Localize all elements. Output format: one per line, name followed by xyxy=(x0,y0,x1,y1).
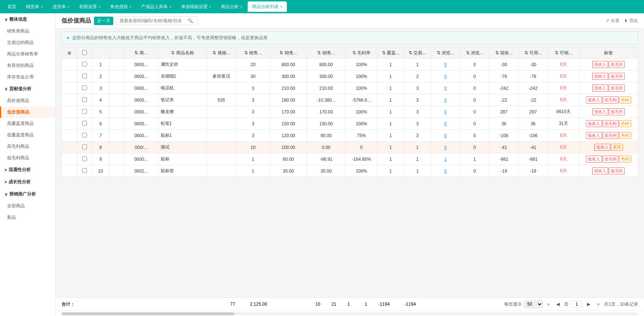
nav-role-auth[interactable]: 角色授权 × xyxy=(106,1,136,12)
row-checkbox[interactable] xyxy=(82,168,87,173)
row-view1[interactable]: 0 xyxy=(431,130,460,142)
row-view1[interactable]: 0 xyxy=(431,71,460,82)
row-checkbox[interactable] xyxy=(82,121,87,126)
nav-sales-order[interactable]: 销货单 × xyxy=(21,1,47,12)
view-link[interactable]: 0 xyxy=(444,145,447,150)
code-col-header[interactable]: ⇅ 商... xyxy=(124,48,158,59)
select-all-col[interactable] xyxy=(77,48,92,59)
sidebar-item-high-value[interactable]: 高价值商品 xyxy=(0,95,55,106)
row-checkbox[interactable] xyxy=(82,85,87,90)
filter-recent-month-button[interactable]: 近一月 xyxy=(94,17,113,25)
close-icon[interactable]: × xyxy=(280,5,282,9)
gross-rate-col-header[interactable]: ⇅ 毛利率 xyxy=(346,48,378,59)
row-view1[interactable]: 0 xyxy=(431,118,460,130)
sidebar-item-traded-products[interactable]: 交易过的商品 xyxy=(0,37,55,48)
sidebar-item-low-value[interactable]: 低价值商品 xyxy=(0,106,55,118)
select-all-checkbox[interactable] xyxy=(82,50,87,55)
stock3-col-header[interactable]: ⇅ 可销... xyxy=(548,48,580,59)
sidebar-item-sales-products[interactable]: 销售类商品 xyxy=(0,26,55,37)
spec-col-header[interactable]: ⇅ 规格... xyxy=(207,48,236,59)
sidebar-item-high-coverage[interactable]: 高覆盖度商品 xyxy=(0,118,55,129)
row-name[interactable]: 吴细细1 xyxy=(158,71,207,82)
row-checkbox[interactable] xyxy=(82,62,87,67)
row-name[interactable]: 铅笔1 xyxy=(158,118,207,130)
row-name[interactable]: 电话机 xyxy=(158,82,207,94)
row-name[interactable]: 鼠标垫 xyxy=(158,165,207,177)
nav-permission-settings[interactable]: 权限设置 × xyxy=(75,1,105,12)
trade-col-header[interactable]: ⇅ 交易... xyxy=(404,48,431,59)
nav-home[interactable]: 首页 xyxy=(3,1,21,12)
stock1-col-header[interactable]: ⇅ 现有... xyxy=(489,48,519,59)
view-link[interactable]: 0 xyxy=(444,169,447,174)
sidebar-group-overall[interactable]: ∨ 整体信息 xyxy=(0,13,55,26)
close-icon[interactable]: × xyxy=(41,5,43,9)
sidebar-group-circulation[interactable]: > 流通性分析 xyxy=(0,164,55,176)
row-checkbox[interactable] xyxy=(82,133,87,137)
view-link[interactable]: 0 xyxy=(444,62,447,67)
search-icon[interactable]: 🔍 xyxy=(188,18,193,23)
view-link[interactable]: 0 xyxy=(444,133,447,138)
sidebar-item-category-sales-rate[interactable]: 商品分类销售率 xyxy=(0,48,55,60)
row-view1[interactable]: 0 xyxy=(431,94,460,106)
view-link[interactable]: 0 xyxy=(444,109,447,115)
page-input[interactable] xyxy=(571,300,583,308)
row-name[interactable]: 橡皮擦 xyxy=(158,106,207,118)
view-link[interactable]: 1 xyxy=(444,157,447,162)
stock2-col-header[interactable]: ⇅ 可用... xyxy=(519,48,548,59)
sidebar-item-inventory-capital[interactable]: 库存资金占用 xyxy=(0,71,55,83)
row-checkbox[interactable] xyxy=(82,156,87,161)
close-icon[interactable]: × xyxy=(67,5,70,9)
view2-col-header[interactable]: ⇅ 浏览... xyxy=(460,48,489,59)
view-link[interactable]: 0 xyxy=(444,98,447,103)
view1-col-header[interactable]: ⇅ 浏览... xyxy=(431,48,460,59)
row-name[interactable]: 笔记本 xyxy=(158,94,207,106)
export-button[interactable]: ⬇ 导出 xyxy=(624,18,638,24)
share-button[interactable]: ↗ 分享 xyxy=(606,18,620,24)
scrollbar-track[interactable] xyxy=(61,312,638,315)
nav-purchase-order[interactable]: 进货单 × xyxy=(48,1,74,12)
row-view1[interactable]: 0 xyxy=(431,165,460,177)
sidebar-item-low-coverage[interactable]: 低覆盖度商品 xyxy=(0,129,55,141)
sidebar-item-all-products[interactable]: 全部商品 xyxy=(0,200,55,212)
row-view1[interactable]: 0 xyxy=(431,59,460,71)
close-icon[interactable]: × xyxy=(169,5,171,9)
row-name[interactable]: 测试 xyxy=(158,142,207,153)
view-link[interactable]: 0 xyxy=(444,86,447,91)
sale-val-col-header[interactable]: ⇅ 销售... xyxy=(306,48,345,59)
sidebar-group-growth[interactable]: > 成长性分析 xyxy=(0,176,55,188)
scrollbar-thumb[interactable] xyxy=(61,312,234,315)
sidebar-item-low-margin[interactable]: 低毛利商品 xyxy=(0,152,55,164)
sale-amt-col-header[interactable]: ⇅ 销售... xyxy=(270,48,307,59)
row-name[interactable]: 鼠标 xyxy=(158,153,207,165)
close-icon[interactable]: × xyxy=(98,5,101,9)
close-icon[interactable]: × xyxy=(130,5,132,9)
close-icon[interactable]: × xyxy=(209,5,211,9)
row-checkbox[interactable] xyxy=(82,74,87,78)
settings-icon[interactable]: ⚙ xyxy=(67,51,71,56)
row-view1[interactable]: 0 xyxy=(431,82,460,94)
sidebar-group-contribution[interactable]: ∨ 贡献值分析 xyxy=(0,83,55,95)
row-view1[interactable]: 0 xyxy=(431,142,460,153)
settings-col-header[interactable]: ⚙ xyxy=(62,48,77,59)
nav-product-entry[interactable]: 产成品入库单 × xyxy=(137,1,176,12)
view-link[interactable]: 0 xyxy=(444,74,447,79)
nav-product-analysis[interactable]: 商品分析 × xyxy=(217,1,247,12)
page-prev[interactable]: ◀ xyxy=(554,301,562,307)
page-next[interactable]: ▶ xyxy=(585,301,593,307)
row-view1[interactable]: 1 xyxy=(431,153,460,165)
page-go-last[interactable]: » xyxy=(595,301,602,307)
row-checkbox[interactable] xyxy=(82,97,87,102)
row-checkbox[interactable] xyxy=(82,109,87,114)
view-link[interactable]: 0 xyxy=(444,121,447,126)
row-name[interactable]: 鼠标1 xyxy=(158,130,207,142)
page-go-first[interactable]: « xyxy=(545,301,552,307)
sidebar-group-marketing[interactable]: ∨ 营销推广分析 xyxy=(0,188,55,200)
search-input[interactable] xyxy=(120,18,186,23)
sidebar-item-new-products[interactable]: 新品 xyxy=(0,212,55,223)
page-size-select[interactable]: 50 100 200 xyxy=(524,300,543,308)
name-col-header[interactable]: ⇅ 商品名称 xyxy=(158,48,207,59)
sidebar-item-high-margin[interactable]: 高毛利商品 xyxy=(0,141,55,152)
nav-product-analysis-list[interactable]: 商品分析列表 × xyxy=(248,1,287,12)
close-icon[interactable]: × xyxy=(240,5,242,9)
row-checkbox[interactable] xyxy=(82,145,87,149)
